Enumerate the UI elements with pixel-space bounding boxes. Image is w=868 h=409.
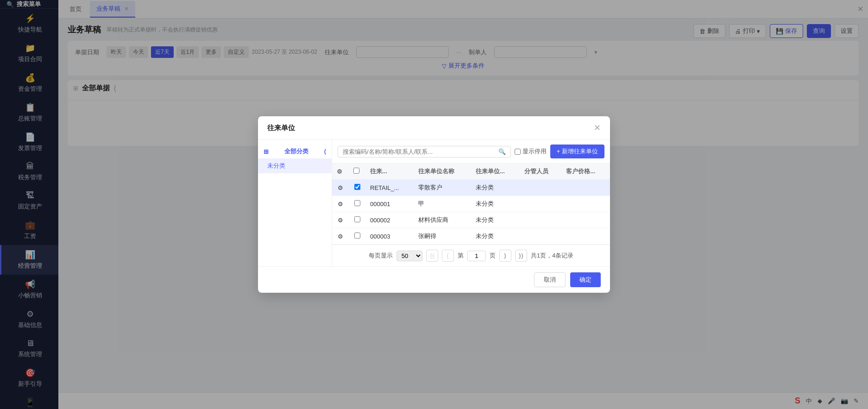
modal-search-bar: 🔍 显示停用 + 新增往来单位 [332, 140, 610, 164]
confirm-label: 确定 [579, 276, 591, 283]
row-settings[interactable]: ⚙ [332, 228, 349, 245]
row-checkbox[interactable] [349, 180, 365, 196]
row-category: 未分类 [471, 180, 520, 196]
select-all-checkbox[interactable] [353, 168, 359, 174]
modal-search-input[interactable] [343, 148, 496, 155]
category-grid-icon: ⊞ [264, 148, 269, 155]
col-code: 往来... [365, 164, 414, 180]
row-settings[interactable]: ⚙ [332, 180, 349, 196]
category-all-header[interactable]: ⊞ 全部分类 ⟨ [258, 145, 332, 158]
per-page-label: 每页显示 [369, 252, 393, 260]
row-checkbox[interactable] [349, 228, 365, 245]
category-collapse-icon[interactable]: ⟨ [324, 148, 326, 155]
col-name: 往来单位名称 [414, 164, 471, 180]
search-icon: 🔍 [498, 148, 506, 155]
row-checkbox[interactable] [349, 196, 365, 212]
row-price [561, 180, 610, 196]
row-settings[interactable]: ⚙ [332, 196, 349, 212]
next-page-btn[interactable]: ⟩ [499, 250, 511, 262]
col-manager: 分管人员 [520, 164, 562, 180]
row-manager [520, 196, 562, 212]
col-category: 往来单位... [471, 164, 520, 180]
prev-page-btn[interactable]: ⟨ [442, 250, 454, 262]
category-all-label: 全部分类 [284, 147, 308, 156]
row-name: 零散客户 [414, 180, 471, 196]
row-price [561, 212, 610, 228]
modal-overlay: 往来单位 ✕ ⊞ 全部分类 ⟨ 未分类 [0, 0, 868, 409]
row-category: 未分类 [471, 196, 520, 212]
row-manager [520, 212, 562, 228]
category-panel: ⊞ 全部分类 ⟨ 未分类 [258, 140, 332, 266]
table-row[interactable]: ⚙ 000002 材料供应商 未分类 [332, 212, 610, 228]
modal-header: 往来单位 ✕ [258, 116, 610, 140]
row-price [561, 196, 610, 212]
col-price: 客户价格... [561, 164, 610, 180]
row-code: 000002 [365, 212, 414, 228]
show-disabled-text: 显示停用 [522, 147, 547, 156]
page-label: 第 [458, 252, 464, 260]
page-input[interactable] [467, 251, 486, 261]
row-name: 甲 [414, 196, 471, 212]
row-category: 未分类 [471, 228, 520, 245]
show-disabled-checkbox[interactable] [515, 149, 521, 155]
per-page-select[interactable]: 50 100 [396, 251, 422, 261]
category-item-unclassified[interactable]: 未分类 [258, 158, 332, 173]
category-item-label: 未分类 [267, 162, 285, 169]
row-code: RETAIL_... [365, 180, 414, 196]
show-disabled-label[interactable]: 显示停用 [515, 147, 547, 156]
cancel-button[interactable]: 取消 [534, 272, 566, 287]
modal-table-scroll[interactable]: ⚙ 往来... 往来单位名称 往来单位... 分管人员 客户价格... ⚙ [332, 164, 610, 245]
total-info: 共1页，4条记录 [531, 252, 573, 260]
modal-footer: 取消 确定 [258, 266, 610, 293]
table-header-row: ⚙ 往来... 往来单位名称 往来单位... 分管人员 客户价格... [332, 164, 610, 180]
modal-title: 往来单位 [267, 124, 295, 132]
first-page-btn[interactable]: ⟨⟨ [426, 250, 438, 262]
row-category: 未分类 [471, 212, 520, 228]
row-price [561, 228, 610, 245]
row-manager [520, 228, 562, 245]
add-partner-label: + 新增往来单位 [557, 148, 598, 155]
row-checkbox[interactable] [349, 212, 365, 228]
row-settings[interactable]: ⚙ [332, 212, 349, 228]
table-row[interactable]: ⚙ 000001 甲 未分类 [332, 196, 610, 212]
col-checkbox [349, 164, 365, 180]
row-code: 000001 [365, 196, 414, 212]
last-page-btn[interactable]: ⟩⟩ [515, 250, 527, 262]
row-manager [520, 180, 562, 196]
partner-modal: 往来单位 ✕ ⊞ 全部分类 ⟨ 未分类 [258, 116, 610, 293]
add-partner-button[interactable]: + 新增往来单位 [550, 145, 604, 158]
col-settings: ⚙ [332, 164, 349, 180]
table-row[interactable]: ⚙ 000003 张嗣得 未分类 [332, 228, 610, 245]
modal-body: ⊞ 全部分类 ⟨ 未分类 🔍 显示停用 [258, 140, 610, 266]
cancel-label: 取消 [544, 276, 556, 283]
modal-pagination: 每页显示 50 100 ⟨⟨ ⟨ 第 页 ⟩ ⟩⟩ 共1页，4条记录 [332, 245, 610, 266]
confirm-button[interactable]: 确定 [570, 272, 601, 287]
search-input-wrap[interactable]: 🔍 [338, 146, 511, 157]
modal-data-table: ⚙ 往来... 往来单位名称 往来单位... 分管人员 客户价格... ⚙ [332, 164, 610, 245]
row-name: 张嗣得 [414, 228, 471, 245]
row-name: 材料供应商 [414, 212, 471, 228]
table-row[interactable]: ⚙ RETAIL_... 零散客户 未分类 [332, 180, 610, 196]
search-panel: 🔍 显示停用 + 新增往来单位 ⚙ [332, 140, 610, 266]
modal-close-icon[interactable]: ✕ [594, 123, 601, 133]
row-code: 000003 [365, 228, 414, 245]
page-unit: 页 [490, 252, 496, 260]
